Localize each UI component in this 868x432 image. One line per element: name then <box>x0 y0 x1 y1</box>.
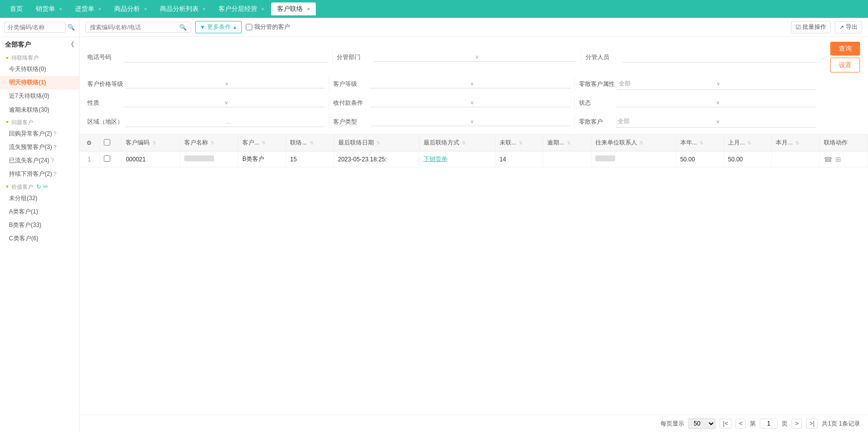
filter-dept-select[interactable]: ∨ <box>373 53 578 62</box>
filter-customer-grade-select[interactable]: ∨ <box>370 79 571 88</box>
sidebar-item-declining[interactable]: 持续下滑客户(2) ? <box>0 167 79 181</box>
page-next-button[interactable]: > <box>792 419 802 429</box>
page-number-input[interactable] <box>760 419 778 429</box>
sidebar-item-tomorrow-contact[interactable]: 明天待联络(1) <box>0 76 79 89</box>
my-customer-checkbox[interactable] <box>246 24 252 30</box>
set-button[interactable]: 设置 <box>830 58 860 72</box>
cell-checkbox[interactable] <box>99 151 122 167</box>
export-button[interactable]: ↗ 导出 <box>835 21 862 33</box>
filter-scatter-customer-select[interactable]: 全部 ∨ <box>616 116 816 128</box>
batch-operation-button[interactable]: ☑ 批量操作 <box>791 21 831 33</box>
cell-action: ☎ ⊞ <box>819 151 868 167</box>
col-contact-person[interactable]: 往来单位联系人 ⇅ <box>591 135 676 151</box>
page-prev-button[interactable]: < <box>735 419 746 429</box>
sidebar-item-type-c[interactable]: C类客户(6) <box>0 232 79 245</box>
row-checkbox[interactable] <box>104 155 110 162</box>
filter-phone-input[interactable] <box>124 52 328 63</box>
sidebar-item-type-b[interactable]: B类客户(33) <box>0 218 79 232</box>
sidebar-group-pending: ▼ 待联络客户 <box>0 52 79 63</box>
nav-sales-close[interactable]: × <box>59 6 62 12</box>
toolbar-search-icon[interactable]: 🔍 <box>179 24 187 31</box>
col-overdue[interactable]: 逾期... ⇅ <box>543 135 591 151</box>
all-customers-title[interactable]: 全部客户 《 <box>0 37 79 52</box>
nav-customer-contact-close[interactable]: × <box>307 6 310 12</box>
col-uncontact[interactable]: 未联... ⇅ <box>495 135 543 151</box>
sidebar-item-repurchase-abnormal[interactable]: 回购异常客户(2) ? <box>0 127 79 141</box>
col-contact[interactable]: 联络... ⇅ <box>286 135 334 151</box>
last-contact-type-link[interactable]: 下销货单 <box>424 155 447 162</box>
sidebar-item-churn-warning[interactable]: 流失预警客户(3) ? <box>0 141 79 154</box>
filter-row-2: 客户价格等级 ∨ 客户等级 ∨ 零散客户属性 <box>87 76 860 91</box>
filter-region-dots[interactable]: ... <box>226 118 323 125</box>
cell-code: 000021 <box>122 151 180 167</box>
filter-scatter-customer: 零散客户 全部 ∨ <box>579 116 816 128</box>
nav-purchase-close[interactable]: × <box>98 6 101 12</box>
sidebar-item-today-contact[interactable]: 今天待联络(0) <box>0 63 79 76</box>
filter-person-dots[interactable]: ... <box>821 54 826 61</box>
filter-price-grade-select[interactable]: ∨ <box>125 79 325 88</box>
sort-icon-code: ⇅ <box>152 141 156 145</box>
col-this-month[interactable]: 本月... ⇅ <box>772 135 819 151</box>
query-button[interactable]: 查询 <box>830 42 860 56</box>
nav-goods-analysis-list[interactable]: 商品分析列表 × <box>154 2 212 15</box>
help-icon-3[interactable]: ? <box>51 158 54 163</box>
action-phone-icon[interactable]: ☎ <box>824 155 832 163</box>
sidebar-item-overdue-contact[interactable]: 逾期未联络(30) <box>0 103 79 117</box>
filter-nature-select[interactable]: ∨ <box>124 98 325 107</box>
edit-icon[interactable]: ✏ <box>43 183 48 190</box>
nav-customer-tier-close[interactable]: × <box>261 6 264 12</box>
sidebar-item-type-a[interactable]: A类客户(1) <box>0 205 79 218</box>
sidebar-item-churned[interactable]: 已流失客户(24) ? <box>0 154 79 167</box>
nav-goods-analysis[interactable]: 商品分析 × <box>108 2 153 15</box>
col-this-year[interactable]: 本年... ⇅ <box>676 135 723 151</box>
filter-payment-select[interactable]: ∨ <box>370 98 571 107</box>
col-code[interactable]: 客户编码 ⇅ <box>122 135 180 151</box>
filter-customer-type-select[interactable]: ∨ <box>370 117 571 126</box>
sort-icon-contact-person: ⇅ <box>640 141 644 145</box>
filter-person-input[interactable] <box>622 52 817 63</box>
page-first-button[interactable]: |< <box>720 419 731 429</box>
nav-goods-analysis-close[interactable]: × <box>144 6 147 12</box>
cell-name[interactable] <box>180 151 238 167</box>
col-last-month[interactable]: 上月... ⇅ <box>723 135 771 151</box>
sort-icon-this-month: ⇅ <box>796 141 799 145</box>
help-icon-4[interactable]: ? <box>54 171 57 177</box>
col-last-type[interactable]: 最后联络方式 ⇅ <box>419 135 495 151</box>
nav-purchase[interactable]: 进货单 × <box>69 2 107 15</box>
customer-table: ⚙ 客户编码 ⇅ 客户名称 ⇅ 客户... ⇅ <box>79 135 868 167</box>
col-last-date[interactable]: 最后联络日期 ⇅ <box>334 135 419 151</box>
action-qr-icon[interactable]: ⊞ <box>835 155 841 163</box>
cell-last-type[interactable]: 下销货单 <box>419 151 495 167</box>
page-last-button[interactable]: >| <box>806 419 818 429</box>
toolbar-search-input[interactable] <box>90 24 179 31</box>
filter-scatter-attr-select[interactable]: 全部 ∨ <box>617 78 816 90</box>
chevron-down-icon-5: ∨ <box>224 100 323 105</box>
sidebar-collapse-icon[interactable]: 《 <box>68 40 74 49</box>
col-settings[interactable]: ⚙ <box>79 135 99 151</box>
per-page-select[interactable]: 50 100 200 <box>688 418 716 429</box>
sidebar-item-week-contact[interactable]: 近7天待联络(0) <box>0 89 79 103</box>
filter-region-select[interactable]: ... <box>125 117 325 127</box>
sidebar-search-input[interactable] <box>4 22 66 33</box>
more-filter-button[interactable]: ▼ 更多条件 ▲ <box>195 21 242 33</box>
help-icon-1[interactable]: ? <box>54 131 57 137</box>
nav-customer-tier[interactable]: 客户分层经营 × <box>213 2 270 15</box>
sidebar-item-ungrouped[interactable]: 未分组(32) <box>0 192 79 205</box>
select-all-checkbox[interactable] <box>104 139 110 145</box>
filter-price-grade-label: 客户价格等级 <box>87 80 123 88</box>
nav-customer-contact[interactable]: 客户联络 × <box>271 2 316 15</box>
sort-icon-name: ⇅ <box>211 141 215 145</box>
total-label: 共1页 1条记录 <box>822 420 860 428</box>
nav-sales[interactable]: 销货单 × <box>30 2 68 15</box>
sidebar-search-icon[interactable]: 🔍 <box>68 24 75 31</box>
col-name[interactable]: 客户名称 ⇅ <box>180 135 238 151</box>
my-customer-label: 我分管的客户 <box>254 23 290 31</box>
filter-nature: 性质 ∨ <box>87 98 325 107</box>
col-checkbox[interactable] <box>99 135 122 151</box>
nav-home[interactable]: 首页 <box>4 2 29 15</box>
col-type[interactable]: 客户... ⇅ <box>238 135 286 151</box>
nav-goods-analysis-list-close[interactable]: × <box>203 6 206 12</box>
help-icon-2[interactable]: ? <box>54 144 57 150</box>
refresh-icon[interactable]: ↻ <box>36 183 41 190</box>
filter-status-select[interactable]: ∨ <box>616 98 816 107</box>
